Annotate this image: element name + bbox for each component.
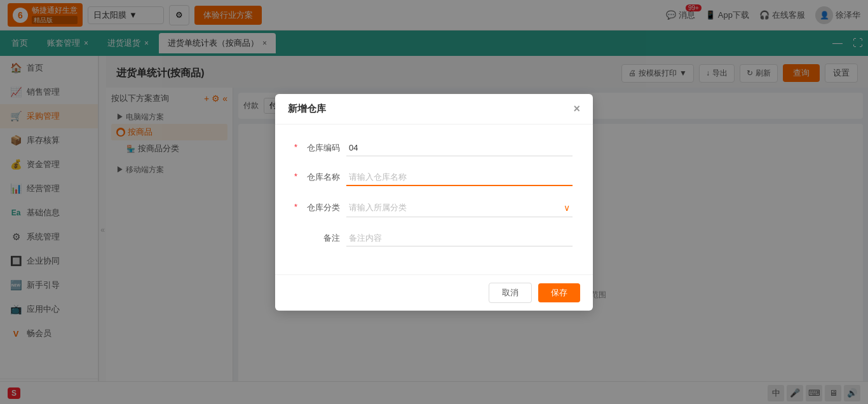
code-label: 仓库编码	[295, 142, 346, 154]
category-select[interactable]: 请输入所属分类 ∨	[346, 199, 573, 217]
modal-title: 新增仓库	[288, 103, 326, 115]
cancel-button[interactable]: 取消	[489, 283, 532, 303]
note-input[interactable]	[346, 230, 573, 246]
name-label: 仓库名称	[295, 172, 346, 183]
form-row-category: 仓库分类 请输入所属分类 ∨	[295, 199, 573, 217]
note-label: 备注	[295, 232, 346, 244]
modal-close-icon[interactable]: ×	[573, 103, 580, 114]
category-label: 仓库分类	[295, 202, 346, 213]
modal-footer: 取消 保存	[275, 274, 593, 311]
category-arrow-icon: ∨	[564, 203, 570, 213]
new-warehouse-modal: 新增仓库 × 仓库编码 仓库名称 仓库分类	[275, 94, 593, 311]
form-row-name: 仓库名称	[295, 169, 573, 186]
form-row-note: 备注	[295, 230, 573, 246]
save-button[interactable]: 保存	[538, 283, 580, 302]
code-input[interactable]	[346, 140, 573, 156]
category-placeholder: 请输入所属分类	[349, 202, 407, 213]
form-row-code: 仓库编码	[295, 140, 573, 156]
name-input[interactable]	[346, 169, 573, 186]
modal-header: 新增仓库 ×	[275, 94, 593, 125]
modal-body: 仓库编码 仓库名称 仓库分类 请输入所属分类 ∨	[275, 125, 593, 274]
modal-overlay: 新增仓库 × 仓库编码 仓库名称 仓库分类	[0, 0, 868, 404]
